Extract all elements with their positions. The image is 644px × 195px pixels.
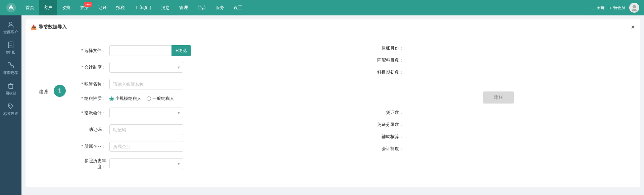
- divider: [353, 45, 353, 170]
- nav-logo: [3, 0, 19, 15]
- panel-header-icon: 📥: [31, 24, 37, 30]
- radio-general-input[interactable]: [147, 96, 151, 101]
- nav-right: ⛶ 全屏 ▷ 畅会员: [591, 3, 644, 13]
- people-icon: [7, 21, 14, 28]
- sidebar-item-label: 标签设置: [3, 111, 18, 116]
- top-nav: 首页客户收费票据new记账报税工商项目消息管理经营服务设置 ⛶ 全屏 ▷ 畅会员: [0, 0, 644, 15]
- panel-title: 导爷数据导入: [39, 24, 67, 30]
- nav-item-工商项目[interactable]: 工商项目: [130, 0, 156, 15]
- radio-small-label: 小规模纳税人: [115, 95, 141, 102]
- voucher-records-label: 凭证分录数：: [370, 122, 403, 128]
- nav-item-设置[interactable]: 设置: [229, 0, 247, 15]
- tax-type-row: * 纳税性质： 小规模纳税人 一般纳税人: [79, 95, 336, 102]
- fullscreen-btn[interactable]: ⛶ 全屏: [591, 5, 605, 11]
- sidebar-item-全部客户[interactable]: 全部客户: [0, 18, 21, 37]
- svg-rect-9: [11, 66, 13, 68]
- close-btn[interactable]: ×: [631, 24, 635, 30]
- sidebar-item-label: 回收站: [5, 91, 16, 96]
- company-row: * 所属企业：: [79, 141, 336, 152]
- svg-point-2: [633, 5, 636, 8]
- match-subjects-label: 匹配科目数：: [370, 57, 403, 63]
- file-input-wrap: +浏览: [109, 45, 183, 56]
- build-btn-wrap: 建账: [370, 85, 627, 104]
- svg-point-4: [9, 22, 12, 25]
- nav-item-管理[interactable]: 管理: [175, 0, 193, 15]
- nav-item-首页[interactable]: 首页: [21, 0, 39, 15]
- form-section: * 选择文件： +浏览 * 会计制度： ▼: [79, 45, 336, 170]
- transfer-icon: [7, 62, 14, 69]
- auxiliary-row: 辅助核算：: [370, 134, 627, 140]
- build-month-row: 建账月份：: [370, 45, 627, 51]
- voucher-label: 凭证数：: [370, 110, 403, 116]
- company-input[interactable]: [109, 141, 183, 152]
- sidebar-item-0申报[interactable]: 0申报: [0, 39, 21, 58]
- panel-header: 📥 导爷数据导入 ×: [26, 19, 640, 35]
- import-panel: 📥 导爷数据导入 × 建账 1 * 选择文件： +浏览: [26, 19, 640, 187]
- sidebar: 全部客户0申报账套迁移回收站标签设置: [0, 15, 21, 195]
- radio-general-taxpayer[interactable]: 一般纳税人: [147, 95, 174, 102]
- subjects-initial-label: 科目期初数：: [370, 69, 403, 75]
- build-month-label: 建账月份：: [370, 45, 403, 51]
- step-label: 建账: [39, 45, 48, 95]
- nav-item-票据[interactable]: 票据new: [75, 0, 93, 15]
- radio-general-label: 一般纳税人: [152, 95, 174, 102]
- svg-point-1: [10, 7, 12, 8]
- ledger-name-input[interactable]: [109, 79, 183, 89]
- memo-input[interactable]: [109, 124, 183, 135]
- build-account-btn[interactable]: 建账: [483, 91, 514, 104]
- trash-icon: [7, 82, 14, 89]
- tag-icon: [7, 103, 14, 110]
- panel-body: 建账 1 * 选择文件： +浏览 * 会计制度：: [26, 35, 640, 180]
- nav-item-消息[interactable]: 消息: [156, 0, 175, 15]
- file-input[interactable]: [109, 45, 171, 56]
- sidebar-item-label: 全部客户: [3, 29, 18, 35]
- tax-type-label: * 纳税性质：: [79, 95, 106, 102]
- accounting-system-select[interactable]: [109, 62, 183, 73]
- nav-item-服务[interactable]: 服务: [211, 0, 229, 15]
- voucher-records-row: 凭证分录数：: [370, 122, 627, 128]
- file-label: * 选择文件：: [79, 48, 106, 54]
- file-row: * 选择文件： +浏览: [79, 45, 336, 56]
- auxiliary-label: 辅助核算：: [370, 134, 403, 140]
- step-section: 建账 1: [39, 45, 66, 170]
- sidebar-item-label: 0申报: [6, 50, 15, 55]
- sidebar-item-账套迁移[interactable]: 账套迁移: [0, 59, 21, 78]
- main-content: 📥 导爷数据导入 × 建账 1 * 选择文件： +浏览: [21, 15, 644, 195]
- right-accounting-system-row: 会计制度：: [370, 146, 627, 152]
- sidebar-item-label: 账套迁移: [3, 70, 18, 75]
- svg-rect-10: [9, 84, 13, 88]
- sidebar-item-标签设置[interactable]: 标签设置: [0, 100, 21, 119]
- avatar[interactable]: [629, 3, 639, 13]
- nav-item-记账[interactable]: 记账: [93, 0, 111, 15]
- ledger-name-row: * 账簿名称：: [79, 79, 336, 89]
- nav-items: 首页客户收费票据new记账报税工商项目消息管理经营服务设置: [21, 0, 591, 15]
- sidebar-item-回收站[interactable]: 回收站: [0, 79, 21, 99]
- ledger-name-label: * 账簿名称：: [79, 81, 106, 87]
- accounting-system-select-wrap: ▼: [109, 62, 183, 73]
- nav-item-收费[interactable]: 收费: [57, 0, 75, 15]
- memo-row: 助记码：: [79, 124, 336, 135]
- accounting-system-row: * 会计制度： ▼: [79, 62, 336, 73]
- memo-label: 助记码：: [79, 127, 106, 133]
- right-section: 建账月份： 匹配科目数： 科目期初数： 建账: [370, 45, 627, 170]
- accountant-select[interactable]: [109, 108, 183, 118]
- radio-small-taxpayer[interactable]: 小规模纳税人: [109, 95, 141, 102]
- nav-item-报税[interactable]: 报税: [111, 0, 130, 15]
- browse-btn[interactable]: +浏览: [171, 45, 191, 56]
- history-year-row: 参照历史年度： ▼: [79, 158, 336, 170]
- file-icon: [7, 41, 14, 49]
- accounting-system-label: * 会计制度：: [79, 64, 106, 70]
- step-circle: 1: [54, 85, 66, 97]
- history-year-select[interactable]: [109, 158, 183, 169]
- radio-small-input[interactable]: [109, 96, 114, 101]
- svg-point-3: [632, 9, 637, 11]
- accountant-row: * 指派会计： ▼: [79, 108, 336, 118]
- accountant-label: * 指派会计：: [79, 110, 106, 116]
- nav-item-经营[interactable]: 经营: [193, 0, 211, 15]
- subjects-initial-row: 科目期初数：: [370, 69, 627, 75]
- nav-item-客户[interactable]: 客户: [39, 0, 57, 15]
- member-btn[interactable]: ▷ 畅会员: [609, 5, 625, 11]
- history-year-select-wrap: ▼: [109, 158, 183, 169]
- accountant-select-wrap: ▼: [109, 108, 183, 118]
- svg-rect-5: [8, 42, 13, 48]
